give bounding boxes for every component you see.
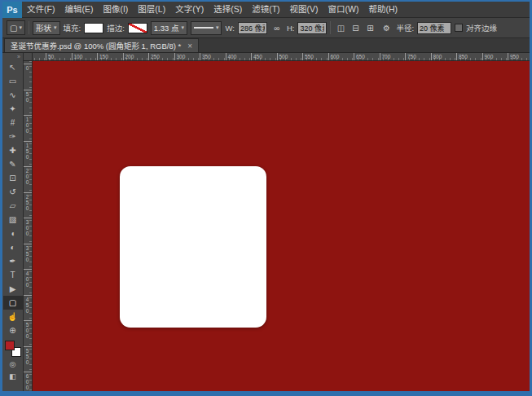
stroke-width-value: 1.33 点: [154, 22, 179, 33]
menu-window[interactable]: 窗口(W): [323, 2, 364, 17]
v-ruler-label: 550: [24, 346, 32, 365]
radius-label: 半径:: [396, 22, 414, 33]
menu-filter[interactable]: 滤镜(T): [247, 2, 284, 17]
quick-mask-button[interactable]: ◎: [3, 359, 23, 371]
rounded-rectangle-tool-icon: ▢: [10, 24, 17, 33]
chevron-down-icon: ▾: [54, 24, 57, 31]
quick-selection-tool[interactable]: ✦: [3, 102, 23, 116]
v-ruler-label: 50: [24, 90, 32, 103]
horizontal-type-tool[interactable]: T: [3, 268, 23, 282]
menu-help[interactable]: 帮助(H): [364, 2, 403, 17]
menu-type[interactable]: 文字(Y): [170, 2, 209, 17]
menu-image[interactable]: 图像(I): [98, 2, 133, 17]
h-ruler-label: 250: [148, 53, 160, 61]
align-edges-label: 对齐边缘: [466, 22, 497, 33]
h-ruler-label: 500: [277, 53, 288, 61]
v-ruler-label: 600: [24, 372, 32, 390]
color-swatches: [5, 341, 21, 357]
v-ruler-label: 450: [24, 295, 32, 314]
collapse-panel-icon[interactable]: »: [17, 53, 23, 60]
eyedropper-tool[interactable]: ✑: [3, 130, 23, 143]
h-ruler-label: 400: [226, 53, 237, 61]
eraser-tool[interactable]: ▱: [3, 199, 23, 213]
photoshop-logo: Ps: [2, 2, 22, 18]
menu-file[interactable]: 文件(F): [22, 2, 59, 17]
fill-label: 填充:: [64, 22, 81, 33]
options-bar: ▢ ▾ 形状 ▾ 填充: 描边: 1.33 点 ▾ ▾ W: ∞ H: ◫⊟⊞ …: [2, 18, 530, 38]
v-ruler-label: 0: [24, 64, 32, 71]
h-ruler-label: 900: [482, 53, 494, 61]
h-ruler-label: 750: [405, 53, 416, 61]
v-ruler-label: 500: [24, 320, 32, 339]
lasso-tool[interactable]: ∿: [3, 88, 23, 102]
spot-healing-brush-tool[interactable]: ✚: [3, 143, 23, 157]
blur-tool[interactable]: ◖: [3, 227, 23, 240]
fill-swatch[interactable]: [84, 23, 103, 33]
rounded-rectangle-tool[interactable]: ▢: [3, 296, 23, 310]
v-ruler-label: 200: [24, 166, 32, 185]
dodge-tool[interactable]: ◐: [3, 240, 23, 254]
path-selection-tool[interactable]: ▶: [3, 282, 23, 296]
h-ruler-label: 700: [380, 53, 391, 61]
ruler-origin-corner[interactable]: [24, 53, 33, 61]
main-area: » ↖▭∿✦#✑✚✎⊡↺▱▨◖◐✒T▶▢☝⊕ ◎ ◧ 5010015020025…: [2, 53, 530, 391]
document-tab-bar: 圣诞节优惠券.psd @ 100% (圆角矩形 1, RGB/8) * ×: [2, 38, 530, 53]
divider: [330, 21, 331, 34]
document-tab[interactable]: 圣诞节优惠券.psd @ 100% (圆角矩形 1, RGB/8) * ×: [4, 38, 199, 52]
screen-mode-button[interactable]: ◧: [3, 371, 23, 383]
h-ruler-label: 200: [123, 53, 134, 61]
tool-mode-select[interactable]: 形状 ▾: [33, 21, 60, 35]
menu-items: 文件(F)编辑(E)图像(I)图层(L)文字(Y)选择(S)滤镜(T)视图(V)…: [22, 2, 402, 17]
radius-input[interactable]: [417, 22, 451, 34]
horizontal-ruler[interactable]: 5010015020025030035040045050055060065070…: [24, 53, 530, 61]
h-ruler-label: 50: [46, 53, 54, 61]
move-tool[interactable]: ↖: [3, 60, 23, 74]
close-tab-icon[interactable]: ×: [187, 42, 192, 51]
stroke-type-select[interactable]: ▾: [191, 21, 222, 35]
gradient-tool[interactable]: ▨: [3, 213, 23, 227]
h-ruler-label: 350: [200, 53, 211, 61]
tool-preset-picker[interactable]: ▢ ▾: [7, 20, 25, 35]
stroke-swatch[interactable]: [128, 23, 147, 33]
width-label: W:: [225, 24, 234, 33]
zoom-tool[interactable]: ⊕: [3, 323, 23, 337]
h-ruler-label: 550: [302, 53, 314, 61]
v-ruler-label: 150: [24, 141, 32, 160]
document-area: 5010015020025030035040045050055060065070…: [24, 53, 530, 391]
hand-tool[interactable]: ☝: [3, 310, 23, 323]
h-ruler-label: 800: [431, 53, 442, 61]
history-brush-tool[interactable]: ↺: [3, 185, 23, 199]
brush-tool[interactable]: ✎: [3, 157, 23, 171]
width-input[interactable]: [238, 22, 267, 34]
path-alignment-icon[interactable]: ⊟: [349, 21, 362, 35]
menu-edit[interactable]: 编辑(E): [59, 2, 98, 17]
menu-select[interactable]: 选择(S): [209, 2, 247, 17]
menu-view[interactable]: 视图(V): [285, 2, 323, 17]
foreground-color-swatch[interactable]: [5, 341, 15, 350]
vertical-ruler[interactable]: 050100150200250300350400450500550600: [24, 61, 33, 391]
menu-layer[interactable]: 图层(L): [133, 2, 170, 17]
path-arrangement-icon[interactable]: ⊞: [363, 21, 376, 35]
document-title: 圣诞节优惠券.psd @ 100% (圆角矩形 1, RGB/8) *: [11, 40, 181, 51]
v-ruler-label: 400: [24, 269, 32, 288]
rounded-rectangle-shape[interactable]: [120, 166, 266, 328]
height-input[interactable]: [297, 22, 327, 34]
crop-tool[interactable]: #: [3, 116, 23, 130]
path-op-buttons: ◫⊟⊞: [334, 21, 376, 35]
chevron-down-icon: ▾: [181, 24, 184, 31]
document-body: 050100150200250300350400450500550600: [24, 61, 530, 391]
chevron-down-icon: ▾: [216, 24, 219, 31]
photoshop-window: Ps 文件(F)编辑(E)图像(I)图层(L)文字(Y)选择(S)滤镜(T)视图…: [0, 0, 532, 396]
pen-tool[interactable]: ✒: [3, 254, 23, 268]
chevron-down-icon: ▾: [19, 24, 22, 31]
tool-mode-value: 形状: [36, 22, 51, 33]
clone-stamp-tool[interactable]: ⊡: [3, 171, 23, 185]
align-edges-checkbox[interactable]: [455, 24, 463, 32]
rectangular-marquee-tool[interactable]: ▭: [3, 74, 23, 88]
link-dimensions-icon[interactable]: ∞: [270, 21, 284, 35]
stroke-width-select[interactable]: 1.33 点 ▾: [151, 21, 187, 35]
menu-bar: Ps 文件(F)编辑(E)图像(I)图层(L)文字(Y)选择(S)滤镜(T)视图…: [2, 2, 530, 18]
gear-icon[interactable]: ⚙: [380, 21, 393, 35]
path-operations-icon[interactable]: ◫: [334, 21, 347, 35]
canvas[interactable]: [33, 61, 530, 391]
